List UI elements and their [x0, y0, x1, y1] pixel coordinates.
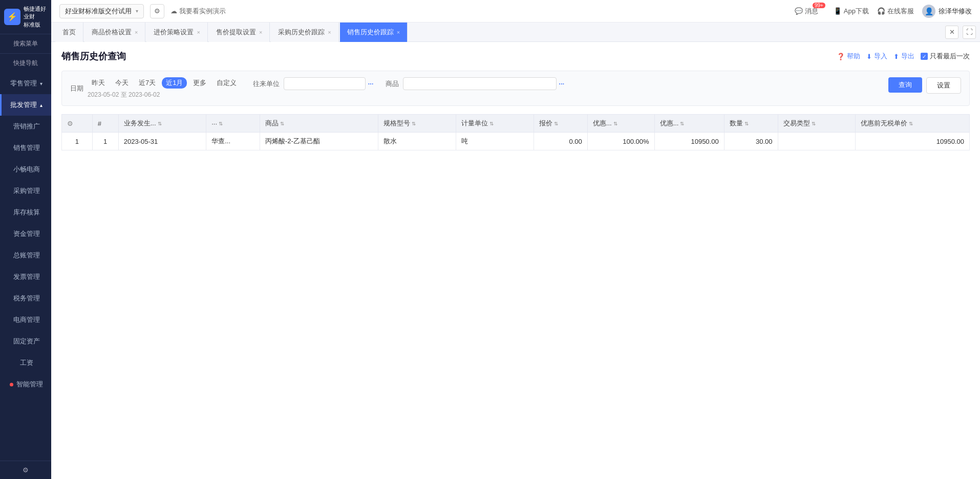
sidebar-item-retail[interactable]: 零售管理▾: [0, 73, 51, 94]
import-button[interactable]: ⬇ 导入: [866, 52, 887, 61]
sidebar-item-smart[interactable]: 智能管理: [0, 374, 51, 395]
sort-arrows-discount1: ⇅: [613, 121, 617, 126]
table-row[interactable]: 1 1 2023-05-31 华查... 丙烯酸-2-乙基己酯 散水 吨 0.0…: [62, 133, 970, 150]
query-button[interactable]: 查询: [888, 77, 922, 93]
sidebar-shortcut[interactable]: 快捷导航: [0, 54, 51, 73]
sidebar-item-payroll[interactable]: 工资: [0, 352, 51, 374]
settings-button[interactable]: 设置: [926, 77, 961, 94]
date-yesterday[interactable]: 昨天: [88, 77, 109, 89]
tab-close-sales-history[interactable]: ×: [397, 29, 400, 35]
avatar: 👤: [922, 5, 935, 18]
app-selector-chevron: ▾: [136, 8, 138, 14]
sidebar-item-ecommerce-small[interactable]: 小畅电商: [0, 159, 51, 180]
sidebar-item-ledger[interactable]: 总账管理: [0, 245, 51, 266]
tab-close-price-extract[interactable]: ×: [259, 29, 262, 35]
app-download-button[interactable]: 📱 App下载: [834, 7, 869, 16]
tab-maximize[interactable]: ⛶: [963, 26, 976, 39]
th-trans-type[interactable]: 交易类型 ⇅: [778, 115, 856, 133]
sidebar-item-invoice[interactable]: 发票管理: [0, 266, 51, 288]
sidebar-item-wholesale[interactable]: 批发管理▴: [0, 94, 51, 116]
sort-product[interactable]: 商品 ⇅: [265, 119, 284, 128]
th-date[interactable]: 业务发生... ⇅: [118, 115, 206, 133]
date-last7[interactable]: 近7天: [135, 77, 160, 89]
sidebar-item-tax[interactable]: 税务管理: [0, 288, 51, 309]
online-service-button[interactable]: 🎧 在线客服: [877, 7, 914, 16]
only-last-checkbox-label[interactable]: ✓ 只看最后一次: [921, 52, 970, 61]
logo-icon: ⚡: [4, 9, 20, 25]
sort-trans-type[interactable]: 交易类型 ⇅: [783, 119, 816, 128]
sort-unit[interactable]: 计量单位 ⇅: [461, 119, 494, 128]
date-custom[interactable]: 自定义: [212, 77, 241, 89]
th-unit[interactable]: 计量单位 ⇅: [456, 115, 534, 133]
user-info[interactable]: 👤 徐泽华修改: [922, 5, 972, 18]
sort-arrows-date: ⇅: [158, 121, 162, 126]
source-input[interactable]: [284, 77, 366, 90]
tab-home[interactable]: 首页: [55, 23, 83, 42]
th-product[interactable]: 商品 ⇅: [260, 115, 378, 133]
product-more-btn[interactable]: ···: [559, 80, 564, 88]
export-icon: ⬆: [893, 53, 899, 60]
tab-price-extract[interactable]: 售价提取设置 ×: [209, 23, 270, 42]
app-settings-button[interactable]: ⚙: [150, 4, 164, 18]
cell-rownum: 1: [62, 133, 93, 150]
sidebar-item-purchase[interactable]: 采购管理: [0, 180, 51, 202]
sidebar-item-sales[interactable]: 销售管理: [0, 137, 51, 159]
th-quantity[interactable]: 数量 ⇅: [724, 115, 778, 133]
sidebar-item-inventory[interactable]: 库存核算: [0, 202, 51, 223]
date-range-display: 2023-05-02 至 2023-06-02: [88, 91, 241, 99]
date-last1month[interactable]: 近1月: [162, 77, 187, 89]
demo-link[interactable]: ☁ 我要看实例演示: [171, 7, 226, 16]
date-more[interactable]: 更多: [189, 77, 210, 89]
app-name: 好业财标准版交付试用: [65, 7, 132, 16]
th-discount1[interactable]: 优惠... ⇅: [587, 115, 654, 133]
product-filter-group: 商品 ···: [386, 77, 564, 90]
tab-close-product-price[interactable]: ×: [135, 29, 138, 35]
sort-spec[interactable]: 规格型号 ⇅: [384, 119, 416, 128]
product-input[interactable]: [403, 77, 557, 90]
tab-close-window[interactable]: ✕: [945, 26, 958, 39]
app-selector[interactable]: 好业财标准版交付试用 ▾: [59, 4, 144, 18]
export-button[interactable]: ⬆ 导出: [893, 52, 914, 61]
sort-discount1[interactable]: 优惠... ⇅: [593, 119, 617, 128]
tab-purchase-history[interactable]: 采购历史价跟踪 ×: [271, 23, 338, 42]
sidebar-settings[interactable]: ⚙: [0, 461, 51, 479]
sort-arrows-discount2: ⇅: [680, 121, 684, 126]
sort-pretax-price[interactable]: 优惠前无税单价 ⇅: [861, 119, 913, 128]
th-pretax-price[interactable]: 优惠前无税单价 ⇅: [856, 115, 970, 133]
tab-product-price[interactable]: 商品价格设置 ×: [84, 23, 145, 42]
th-gear[interactable]: ⚙: [62, 115, 93, 133]
date-options: 昨天 今天 近7天 近1月 更多 自定义: [88, 77, 241, 89]
th-spec[interactable]: 规格型号 ⇅: [378, 115, 456, 133]
sort-price[interactable]: 报价 ⇅: [539, 119, 558, 128]
sort-arrows-unit: ⇅: [489, 121, 494, 126]
only-last-checkbox[interactable]: ✓: [921, 53, 928, 60]
sidebar-search[interactable]: 搜索菜单: [0, 34, 51, 54]
cell-index: 1: [92, 133, 118, 150]
gear-icon[interactable]: ⚙: [67, 120, 73, 127]
th-discount2[interactable]: 优惠... ⇅: [654, 115, 724, 133]
sidebar-item-finance[interactable]: 资金管理: [0, 223, 51, 245]
date-today[interactable]: 今天: [111, 77, 133, 89]
th-more[interactable]: ··· ⇅: [206, 115, 260, 133]
th-price[interactable]: 报价 ⇅: [534, 115, 587, 133]
sort-more[interactable]: ··· ⇅: [211, 120, 223, 127]
sort-discount2[interactable]: 优惠... ⇅: [660, 119, 685, 128]
tab-sales-history[interactable]: 销售历史价跟踪 ×: [340, 23, 408, 42]
sort-date[interactable]: 业务发生... ⇅: [124, 119, 162, 128]
help-icon: ❓: [837, 53, 845, 60]
sort-arrows-pretax-price: ⇅: [909, 121, 913, 126]
cell-date: 2023-05-31: [118, 133, 206, 150]
help-button[interactable]: ❓ 帮助: [837, 52, 860, 61]
chevron-icon: ▾: [40, 81, 42, 86]
sidebar-item-marketing[interactable]: 营销推广: [0, 116, 51, 137]
source-more-btn[interactable]: ···: [368, 80, 373, 88]
sidebar-item-assets[interactable]: 固定资产: [0, 331, 51, 352]
sort-arrows-trans-type: ⇅: [812, 121, 816, 126]
sort-quantity[interactable]: 数量 ⇅: [730, 119, 749, 128]
cell-pretax-price: 10950.00: [856, 133, 970, 150]
tab-close-purchase-history[interactable]: ×: [328, 29, 331, 35]
tab-purchase-strategy[interactable]: 进价策略设置 ×: [146, 23, 207, 42]
tab-close-purchase-strategy[interactable]: ×: [197, 29, 200, 35]
messages-button[interactable]: 💬 消息 99+: [795, 7, 818, 16]
sidebar-item-ecommerce[interactable]: 电商管理: [0, 309, 51, 331]
